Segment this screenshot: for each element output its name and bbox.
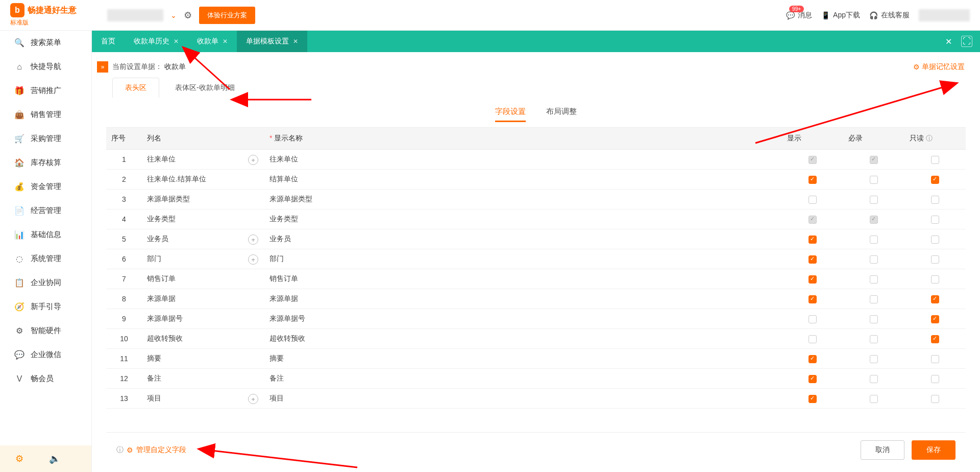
sub-tab[interactable]: 布局调整 [546,107,577,122]
checkbox[interactable] [808,395,817,403]
sidebar-item[interactable]: 📊基础信息 [0,223,91,247]
checkbox[interactable] [931,255,939,264]
sidebar-item[interactable]: 📋企业协同 [0,271,91,295]
cell-disp[interactable]: 来源单据 [264,289,782,309]
checkbox[interactable] [808,295,817,303]
checkbox[interactable] [808,255,817,264]
checkbox[interactable] [931,176,939,184]
app-download-link[interactable]: 📱 App下载 [821,11,860,20]
close-icon[interactable]: ✕ [174,38,179,45]
sidebar-item[interactable]: 🛒采购管理 [0,127,91,151]
sidebar-item[interactable]: ⌂快捷导航 [0,55,91,79]
checkbox[interactable] [931,315,939,323]
checkbox[interactable] [931,216,939,224]
online-cs-link[interactable]: 🎧 在线客服 [869,11,910,20]
checkbox[interactable] [931,196,939,204]
checkbox[interactable] [870,196,878,204]
cell-disp[interactable]: 摘要 [264,349,782,369]
messages-link[interactable]: 💬 99+ 消息 [786,11,812,20]
cancel-button[interactable]: 取消 [861,440,904,460]
sidebar-item[interactable]: 💰资金管理 [0,175,91,199]
checkbox[interactable] [808,196,817,204]
cell-disp[interactable]: 结算单位 [264,170,782,190]
sidebar-item[interactable]: 📄经营管理 [0,199,91,223]
checkbox[interactable] [870,315,878,323]
checkbox[interactable] [870,375,878,383]
checkbox[interactable] [870,235,878,244]
cell-disp[interactable]: 备注 [264,369,782,389]
experience-plan-button[interactable]: 体验行业方案 [199,7,255,24]
save-button[interactable]: 保存 [912,440,955,460]
cell-disp[interactable]: 来源单据号 [264,309,782,329]
sidebar-item[interactable]: ⚙智能硬件 [0,319,91,343]
close-tab-button[interactable]: ✕ [939,32,958,51]
sidebar-item[interactable]: 🏠库存核算 [0,151,91,175]
cell-disp[interactable]: 业务类型 [264,209,782,229]
page-tab[interactable]: 收款单✕ [188,31,237,52]
gear-icon[interactable]: ⚙ [184,10,192,21]
page-tab[interactable]: 单据模板设置✕ [237,31,307,52]
sound-icon[interactable]: 🔈 [49,453,60,464]
cell-disp[interactable]: 超收转预收 [264,329,782,349]
expand-button[interactable]: ⛶ [958,32,976,51]
sidebar-item[interactable]: 👜销售管理 [0,103,91,127]
checkbox[interactable] [808,275,817,284]
memory-settings-link[interactable]: ⚙ 单据记忆设置 [913,62,975,72]
sidebar-item[interactable]: 🔍搜索菜单 [0,31,91,55]
cell-disp[interactable]: 金额-表头自定义 [264,409,782,414]
table-row: 14 金额-表头自定义 金额-表头自定义 [106,409,966,414]
plus-icon[interactable]: + [248,234,258,245]
checkbox[interactable] [870,176,878,184]
sub-tab[interactable]: 字段设置 [495,107,526,122]
manage-custom-fields-link[interactable]: ⓘ ⚙ 管理自定义字段 [106,445,186,455]
checkbox[interactable] [808,335,817,343]
checkbox[interactable] [870,335,878,343]
sidebar-item[interactable]: 🎁营销推广 [0,79,91,103]
plus-icon[interactable]: + [248,155,258,165]
checkbox[interactable] [931,275,939,284]
checkbox[interactable] [931,295,939,303]
plus-icon[interactable]: + [248,394,258,404]
plus-icon[interactable]: + [248,254,258,265]
cell-show [782,229,843,249]
checkbox[interactable] [931,156,939,164]
cell-disp[interactable]: 来源单据类型 [264,190,782,209]
sidebar-item[interactable]: 💬企业微信 [0,343,91,367]
section-tab[interactable]: 表体区-收款单明细 [162,78,248,98]
checkbox[interactable] [808,355,817,363]
checkbox[interactable] [808,176,817,184]
chevron-down-icon[interactable]: ⌄ [170,11,177,19]
help-icon[interactable]: ⓘ [926,134,933,142]
checkbox[interactable] [808,375,817,383]
info-label: 当前设置单据： [112,62,162,72]
checkbox[interactable] [931,355,939,363]
cell-disp[interactable]: 项目 [264,389,782,409]
sidebar-item[interactable]: 🧭新手引导 [0,295,91,319]
checkbox[interactable] [931,235,939,244]
cell-ro [904,229,966,249]
cell-disp[interactable]: 部门 [264,249,782,269]
checkbox[interactable] [808,235,817,244]
close-icon[interactable]: ✕ [223,38,228,45]
cell-name: 项目+ [142,389,264,409]
gear-icon[interactable]: ⚙ [15,453,23,464]
collapse-button[interactable]: » [97,61,108,73]
checkbox[interactable] [870,355,878,363]
page-tab[interactable]: 首页 [92,31,125,52]
page-tab[interactable]: 收款单历史✕ [125,31,188,52]
cell-disp[interactable]: 业务员 [264,229,782,249]
sidebar-item[interactable]: ◌系统管理 [0,247,91,271]
checkbox[interactable] [808,315,817,323]
checkbox[interactable] [931,335,939,343]
section-tab[interactable]: 表头区 [112,78,159,98]
checkbox[interactable] [870,275,878,284]
checkbox[interactable] [931,375,939,383]
cell-disp[interactable]: 往来单位 [264,150,782,170]
checkbox[interactable] [870,395,878,403]
checkbox[interactable] [870,295,878,303]
checkbox[interactable] [870,255,878,264]
cell-disp[interactable]: 销售订单 [264,269,782,289]
sidebar-item[interactable]: V畅会员 [0,367,91,391]
close-icon[interactable]: ✕ [293,38,298,45]
checkbox[interactable] [931,395,939,403]
